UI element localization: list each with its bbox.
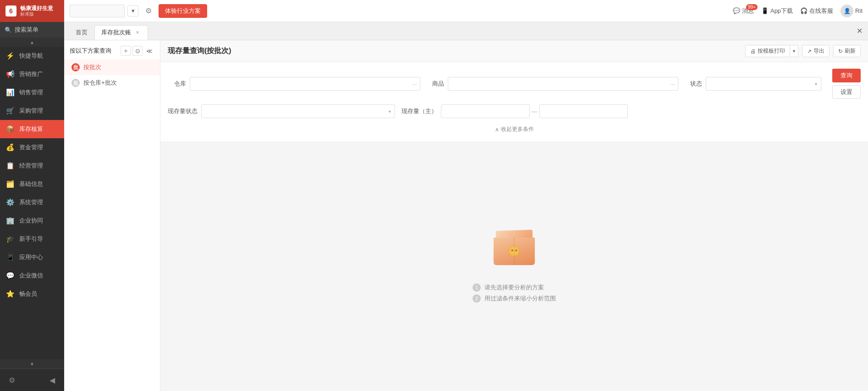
- message-badge: 99+: [746, 4, 758, 10]
- collapse-chevron-icon: ∧: [495, 126, 499, 133]
- product-input[interactable]: [448, 81, 667, 87]
- sidebar-item-purchase[interactable]: 🛒 采购管理: [0, 102, 64, 120]
- query-actions: 查询 设置: [832, 69, 861, 99]
- print-template-dropdown-button[interactable]: ▾: [790, 45, 798, 57]
- sidebar: 6 畅康通好生意 标准版 🔍 搜索菜单 ▲ ⚡ 快捷导航 📢 营销推广 📊 销售…: [0, 0, 64, 391]
- product-label: 商品: [426, 80, 444, 88]
- settings-button[interactable]: 设置: [832, 85, 861, 99]
- sidebar-item-enterprise[interactable]: 🏢 企业协同: [0, 212, 64, 230]
- tab-close-icon[interactable]: ×: [134, 29, 141, 36]
- warehouse-input-wrapper: ···: [190, 77, 420, 91]
- sidebar-item-operations[interactable]: 📋 经营管理: [0, 157, 64, 175]
- tab-home[interactable]: 首页: [69, 25, 94, 40]
- sidebar-item-inventory[interactable]: 📦 库存核算: [0, 120, 64, 138]
- sidebar-item-quick-nav[interactable]: ⚡ 快捷导航: [0, 47, 64, 65]
- phone-icon: 📱: [761, 7, 769, 14]
- marketing-icon: 📢: [5, 70, 15, 79]
- close-all-tabs-button[interactable]: ✕: [851, 22, 868, 40]
- sidebar-item-sales[interactable]: 📊 销售管理: [0, 83, 64, 102]
- topbar-search-input[interactable]: [70, 5, 125, 17]
- stock-amount-label: 现存量（主）: [401, 107, 437, 115]
- trial-button[interactable]: 体验行业方案: [159, 4, 207, 18]
- print-template-group: 🖨 按模板打印 ▾: [745, 45, 798, 57]
- tabbar: 首页 库存批次账 × ✕: [64, 22, 868, 40]
- app-download-button[interactable]: 📱 App下载: [761, 7, 793, 15]
- sidebar-footer: ⚙ ◀: [0, 369, 64, 391]
- warehouse-label: 仓库: [168, 80, 186, 88]
- user-profile[interactable]: 👤 Rit: [841, 5, 863, 17]
- sidebar-item-marketing[interactable]: 📢 营销推广: [0, 65, 64, 83]
- stock-status-field: 现存量状态 ▾: [168, 104, 395, 118]
- sidebar-nav: ⚡ 快捷导航 📢 营销推广 📊 销售管理 🛒 采购管理 📦 库存核算 💰 资金管…: [0, 47, 64, 359]
- filter-title: 按以下方案查询: [70, 47, 111, 55]
- scheme-settings-button[interactable]: ⊙: [132, 46, 143, 56]
- filter-actions: ＋ ⊙ ≪: [121, 46, 154, 56]
- wechat-icon: 💬: [5, 271, 15, 280]
- status-label: 状态: [684, 80, 702, 88]
- purchase-icon: 🛒: [5, 106, 15, 115]
- empty-illustration: 😶: [491, 230, 537, 276]
- headset-icon: 🎧: [800, 7, 808, 14]
- query-button[interactable]: 查询: [832, 69, 861, 82]
- warehouse-input[interactable]: [190, 81, 409, 87]
- left-panel: 按以下方案查询 ＋ ⊙ ≪ 批 按批次 批 按仓库+批次: [64, 40, 160, 391]
- collapse-sidebar-icon[interactable]: ◀: [46, 374, 59, 386]
- topbar-right: 💬 消息 99+ 📱 App下载 🎧 在线客服 👤 Rit: [733, 5, 863, 17]
- sidebar-item-apps[interactable]: 📱 应用中心: [0, 248, 64, 266]
- app-title: 畅康通好生意 标准版: [20, 5, 53, 17]
- quick-nav-icon: ⚡: [5, 51, 15, 60]
- stock-status-label: 现存量状态: [168, 107, 198, 115]
- sidebar-item-finance[interactable]: 💰 资金管理: [0, 138, 64, 157]
- sidebar-item-basic[interactable]: 🗂️ 基础信息: [0, 175, 64, 193]
- topbar-dropdown-button[interactable]: ▾: [127, 5, 138, 16]
- main-content: ▾ ⚙ 体验行业方案 💬 消息 99+ 📱 App下载 🎧 在线客服 👤 Rit: [64, 0, 868, 391]
- stock-amount-max-input[interactable]: [539, 104, 628, 118]
- page-title-bar: 现存量查询(按批次) 🖨 按模板打印 ▾ ↗ 导出 ↻: [160, 40, 868, 62]
- inventory-icon: 📦: [5, 125, 15, 134]
- stock-amount-field: 现存量（主） —: [401, 104, 628, 118]
- scheme-active-icon: 批: [71, 63, 80, 71]
- refresh-icon: ↻: [838, 48, 843, 54]
- export-icon: ↗: [807, 48, 812, 54]
- page-actions: 🖨 按模板打印 ▾ ↗ 导出 ↻ 刷新: [745, 45, 861, 57]
- sidebar-search[interactable]: 🔍 搜索菜单: [0, 22, 64, 38]
- product-more-icon[interactable]: ···: [667, 81, 678, 87]
- sidebar-scroll-up[interactable]: ▲: [0, 38, 64, 47]
- system-icon: ⚙️: [5, 198, 15, 207]
- scheme-by-batch[interactable]: 批 按批次: [64, 60, 160, 75]
- sidebar-item-system[interactable]: ⚙️ 系统管理: [0, 193, 64, 212]
- app-logo: 6: [5, 5, 16, 16]
- stock-status-select[interactable]: ▾: [201, 104, 395, 118]
- sidebar-item-newbie[interactable]: 🎓 新手引导: [0, 230, 64, 248]
- export-button[interactable]: ↗ 导出: [802, 45, 830, 57]
- scheme-by-warehouse-batch[interactable]: 批 按仓库+批次: [64, 75, 160, 91]
- stock-amount-min-input[interactable]: [441, 104, 530, 118]
- print-template-button[interactable]: 🖨 按模板打印: [745, 45, 790, 57]
- message-icon: 💬: [733, 7, 740, 14]
- tab-inventory-batch[interactable]: 库存批次账 ×: [94, 25, 148, 40]
- empty-state: 😶 1 请先选择要分析的方案 2: [160, 142, 868, 391]
- stock-amount-range: —: [441, 104, 628, 118]
- empty-tip-2: 2 用过滤条件来缩小分析范围: [472, 294, 556, 303]
- sidebar-item-wechat[interactable]: 💬 企业微信: [0, 266, 64, 285]
- username-label: Rit: [855, 7, 863, 14]
- refresh-button[interactable]: ↻ 刷新: [833, 45, 861, 57]
- topbar-gear-button[interactable]: ⚙: [142, 5, 155, 17]
- operations-icon: 📋: [5, 161, 15, 170]
- message-button[interactable]: 💬 消息 99+: [733, 7, 754, 15]
- basic-icon: 🗂️: [5, 179, 15, 189]
- sidebar-item-member[interactable]: ⭐ 畅会员: [0, 285, 64, 303]
- settings-footer-icon[interactable]: ⚙: [5, 374, 18, 386]
- sidebar-scroll-down[interactable]: ▼: [0, 359, 64, 369]
- status-select[interactable]: ▾: [706, 77, 821, 91]
- collapse-filter-row[interactable]: ∧ 收起更多条件: [168, 124, 861, 135]
- online-service-button[interactable]: 🎧 在线客服: [800, 7, 833, 15]
- printer-icon: 🖨: [750, 48, 756, 54]
- collapse-left-panel-button[interactable]: ≪: [144, 46, 154, 56]
- warehouse-more-icon[interactable]: ···: [409, 81, 420, 87]
- empty-tips: 1 请先选择要分析的方案 2 用过滤条件来缩小分析范围: [472, 283, 556, 303]
- tip-2-number: 2: [472, 294, 481, 303]
- page-title: 现存量查询(按批次): [168, 46, 745, 56]
- search-icon: 🔍: [5, 27, 12, 33]
- add-scheme-button[interactable]: ＋: [121, 46, 131, 56]
